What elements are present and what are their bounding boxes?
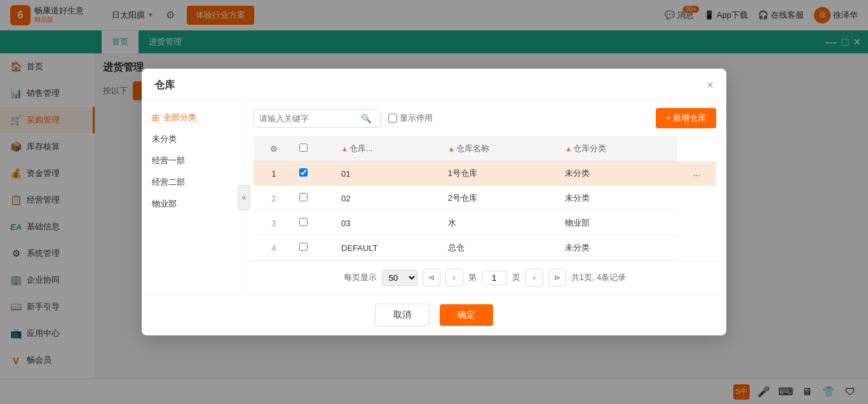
add-warehouse-button[interactable]: + 新增仓库 — [656, 108, 716, 128]
table-row[interactable]: 2 02 2号仓库 未分类 — [254, 186, 716, 211]
search-input[interactable] — [254, 110, 356, 127]
th-code[interactable]: ▲仓库... — [336, 137, 443, 161]
cat-item-prop[interactable]: 物业部 — [142, 193, 243, 215]
table-row[interactable]: 3 03 水 物业部 — [254, 211, 716, 236]
page-label: 第 — [468, 272, 477, 283]
row-checkbox[interactable] — [299, 193, 308, 201]
cat-item-ops1[interactable]: 经营一部 — [142, 150, 243, 172]
first-page-button[interactable]: ⊲ — [423, 269, 440, 286]
per-page-select[interactable]: 50 20 100 — [382, 270, 417, 286]
total-info: 共1页, 4条记录 — [571, 272, 627, 283]
select-all-checkbox[interactable] — [299, 144, 308, 152]
modal-close-button[interactable]: × — [707, 79, 714, 92]
th-settings: ⚙ — [254, 137, 294, 161]
table-row[interactable]: 1 01 1号仓库 未分类 ... — [254, 161, 716, 186]
modal-title: 仓库 — [154, 79, 175, 92]
cat-collapse-button[interactable]: « — [238, 185, 250, 210]
category-sidebar: ⊞ 全部分类 未分类 经营一部 经营二部 物业部 « — [142, 100, 243, 294]
row-actions[interactable]: ... — [677, 161, 716, 186]
page-input[interactable] — [482, 271, 507, 285]
search-icon-button[interactable]: 🔍 — [356, 110, 377, 127]
row-name: 总仓 — [443, 236, 560, 260]
per-page-label: 每页显示 — [344, 272, 377, 283]
row-checkbox-cell[interactable] — [294, 211, 336, 236]
row-name: 1号仓库 — [443, 161, 560, 186]
modal-pagination: 每页显示 50 20 100 ⊲ ‹ 第 页 › ⊳ 共1页, 4条记录 — [243, 260, 726, 294]
table-row[interactable]: 4 DEFAULT 总仓 未分类 — [254, 236, 716, 260]
next-page-button[interactable]: › — [526, 269, 543, 286]
page-suffix: 页 — [512, 272, 520, 283]
cancel-button[interactable]: 取消 — [375, 304, 430, 327]
row-category: 物业部 — [560, 211, 677, 236]
warehouse-table-wrap: ⚙ ▲仓库... ▲仓库名称 ▲仓库分类 1 01 1号仓库 未分类 ... 2 — [243, 137, 726, 260]
row-code: DEFAULT — [336, 236, 443, 260]
modal-header: 仓库 × — [142, 69, 726, 100]
row-num: 1 — [254, 161, 294, 186]
modal-body: ⊞ 全部分类 未分类 经营一部 经营二部 物业部 « — [142, 100, 726, 294]
prev-page-button[interactable]: ‹ — [445, 269, 463, 286]
search-box: 🔍 — [254, 109, 381, 128]
row-name: 2号仓库 — [443, 186, 560, 211]
confirm-button[interactable]: 确定 — [440, 304, 493, 326]
grid-icon: ⊞ — [152, 112, 159, 123]
show-disabled-checkbox[interactable] — [388, 114, 397, 123]
row-code: 02 — [336, 186, 443, 211]
th-name[interactable]: ▲仓库名称 — [443, 137, 560, 161]
row-checkbox-cell[interactable] — [294, 236, 336, 260]
last-page-button[interactable]: ⊳ — [548, 269, 566, 286]
row-num: 4 — [254, 236, 294, 260]
row-checkbox-cell[interactable] — [294, 186, 336, 211]
row-num: 3 — [254, 211, 294, 236]
th-checkbox — [294, 137, 336, 161]
row-checkbox-cell[interactable] — [294, 161, 336, 186]
modal-main: 🔍 显示停用 + 新增仓库 ⚙ — [243, 100, 726, 294]
row-code: 01 — [336, 161, 443, 186]
modal-footer: 取消 确定 — [142, 294, 726, 335]
row-checkbox[interactable] — [299, 218, 308, 226]
row-code: 03 — [336, 211, 443, 236]
row-checkbox[interactable] — [299, 168, 308, 177]
show-disabled-label[interactable]: 显示停用 — [388, 112, 433, 124]
row-checkbox[interactable] — [299, 243, 308, 251]
row-category: 未分类 — [560, 161, 677, 186]
warehouse-modal: 仓库 × ⊞ 全部分类 未分类 经营一部 经营二部 — [142, 69, 726, 335]
cat-item-ops2[interactable]: 经营二部 — [142, 172, 243, 193]
modal-toolbar: 🔍 显示停用 + 新增仓库 — [243, 100, 726, 137]
row-name: 水 — [443, 211, 560, 236]
modal-overlay[interactable]: 仓库 × ⊞ 全部分类 未分类 经营一部 经营二部 — [0, 0, 868, 404]
row-category: 未分类 — [560, 186, 677, 211]
cat-item-uncat[interactable]: 未分类 — [142, 128, 243, 150]
th-category[interactable]: ▲仓库分类 — [560, 137, 677, 161]
warehouse-table: ⚙ ▲仓库... ▲仓库名称 ▲仓库分类 1 01 1号仓库 未分类 ... 2 — [254, 137, 716, 260]
row-category: 未分类 — [560, 236, 677, 260]
cat-item-all[interactable]: ⊞ 全部分类 — [142, 107, 243, 128]
row-num: 2 — [254, 186, 294, 211]
